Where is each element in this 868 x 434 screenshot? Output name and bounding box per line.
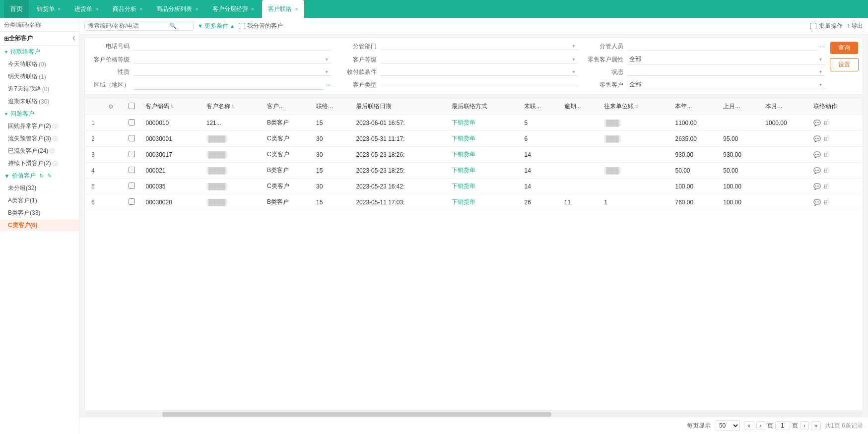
sidebar-item-ungrouped[interactable]: 未分组(32) bbox=[0, 182, 79, 194]
batch-checkbox[interactable] bbox=[810, 23, 816, 29]
info-icon-1: ⓘ bbox=[53, 123, 58, 130]
value-refresh-icon[interactable]: ↻ bbox=[39, 173, 44, 179]
sidebar-item-repurchase-anomaly[interactable]: 回购异常客户(2)ⓘ bbox=[0, 120, 79, 132]
person-ellipsis[interactable]: ··· bbox=[818, 43, 825, 50]
value-edit-icon[interactable]: ✎ bbox=[47, 173, 52, 179]
nav-purchase[interactable]: 进货单 × bbox=[68, 0, 104, 18]
nav-purchase-close[interactable]: × bbox=[95, 6, 98, 12]
select-all-checkbox[interactable] bbox=[129, 103, 135, 109]
last-method-link[interactable]: 下销货单 bbox=[452, 183, 475, 189]
nav-analysis-list[interactable]: 商品分析列表 × bbox=[150, 0, 204, 18]
customer-level-select[interactable]: ▼ bbox=[381, 56, 578, 63]
price-level-select[interactable]: ▼ bbox=[134, 56, 331, 63]
page-input[interactable] bbox=[775, 421, 790, 430]
nav-customer-tier[interactable]: 客户分层经营 × bbox=[206, 0, 260, 18]
next-page-btn[interactable]: › bbox=[800, 421, 809, 430]
sidebar-item-declining[interactable]: 持续下滑客户(2)ⓘ bbox=[0, 157, 79, 170]
action-grid-icon[interactable]: ⊞ bbox=[824, 167, 829, 174]
last-method-link[interactable]: 下销货单 bbox=[452, 119, 475, 126]
nature-select[interactable]: ▼ bbox=[134, 68, 331, 76]
sidebar-item-class-b[interactable]: B类客户(33) bbox=[0, 207, 79, 219]
row-last-date: 2023-05-23 18:25: bbox=[353, 163, 448, 179]
query-button[interactable]: 查询 bbox=[830, 42, 858, 54]
last-page-btn[interactable]: » bbox=[811, 421, 821, 430]
code-sort-icon[interactable]: ⇅ bbox=[170, 104, 174, 109]
sidebar-all-customers[interactable]: ⊞ 全部客户 《 bbox=[0, 32, 79, 46]
my-customers-input[interactable] bbox=[239, 23, 245, 29]
nav-sales-close[interactable]: × bbox=[58, 6, 61, 12]
name-sort-icon[interactable]: ⇅ bbox=[231, 104, 235, 109]
first-page-btn[interactable]: « bbox=[744, 421, 754, 430]
sidebar-item-overdue-pending[interactable]: 逾期未联络(30) bbox=[0, 95, 79, 108]
row-name: ████ bbox=[203, 179, 264, 194]
phone-input[interactable] bbox=[134, 42, 331, 51]
total-info: 共1页 6条记录 bbox=[825, 422, 863, 430]
row-code: 00030017 bbox=[142, 147, 203, 163]
payment-select[interactable]: ▼ bbox=[381, 68, 578, 76]
last-method-link[interactable]: 下销货单 bbox=[452, 135, 475, 142]
region-ellipsis[interactable]: ··· bbox=[324, 81, 331, 88]
sidebar-problem-group[interactable]: ▼ 问题客户 bbox=[0, 108, 79, 120]
last-method-link[interactable]: 下销货单 bbox=[452, 167, 475, 174]
col-gear[interactable]: ⚙ bbox=[101, 98, 121, 115]
action-grid-icon[interactable]: ⊞ bbox=[824, 120, 829, 126]
dept-select[interactable]: ▼ bbox=[381, 43, 578, 50]
more-conditions-btn[interactable]: ▼ 更多条件 ▲ bbox=[198, 22, 235, 30]
trans-sort-icon[interactable]: ⇅ bbox=[635, 104, 639, 109]
row-check bbox=[121, 194, 143, 210]
sidebar-search-input[interactable] bbox=[4, 21, 78, 28]
row-checkbox[interactable] bbox=[129, 183, 135, 189]
nav-home[interactable]: 首页 bbox=[4, 0, 29, 18]
customer-type-select[interactable] bbox=[381, 84, 578, 86]
last-method-link[interactable]: 下销货单 bbox=[452, 151, 475, 158]
action-chat-icon[interactable]: 💬 bbox=[813, 120, 821, 126]
retail-attr-select[interactable]: 全部 ▼ bbox=[627, 54, 825, 65]
sidebar-value-group[interactable]: ▼ 价值客户 ↻ ✎ bbox=[0, 170, 79, 182]
action-chat-icon[interactable]: 💬 bbox=[813, 167, 821, 174]
last-method-link[interactable]: 下销货单 bbox=[452, 198, 475, 205]
action-grid-icon[interactable]: ⊞ bbox=[824, 135, 829, 142]
action-chat-icon[interactable]: 💬 bbox=[813, 183, 821, 190]
sidebar-item-tomorrow-pending[interactable]: 明天待联络(1) bbox=[0, 70, 79, 83]
row-checkbox[interactable] bbox=[129, 151, 135, 157]
prev-page-btn[interactable]: ‹ bbox=[756, 421, 765, 430]
nav-analysis-close[interactable]: × bbox=[139, 6, 142, 12]
action-chat-icon[interactable]: 💬 bbox=[813, 151, 821, 158]
sidebar-item-class-a[interactable]: A类客户(1) bbox=[0, 194, 79, 207]
export-btn[interactable]: ↑ 导出 bbox=[847, 22, 863, 30]
row-checkbox[interactable] bbox=[129, 167, 135, 173]
row-checkbox[interactable] bbox=[129, 135, 135, 141]
nav-sales[interactable]: 销货单 × bbox=[31, 0, 67, 18]
sidebar-item-churned[interactable]: 已流失客户(24)ⓘ bbox=[0, 145, 79, 157]
sidebar-item-class-c[interactable]: C类客户(6) bbox=[0, 219, 79, 232]
page-size-select[interactable]: 50 20 100 bbox=[715, 420, 740, 431]
collapse-icon[interactable]: 《 bbox=[70, 35, 75, 42]
retail-customer-select[interactable]: 全部 ▼ bbox=[627, 79, 825, 90]
action-grid-icon[interactable]: ⊞ bbox=[824, 183, 829, 190]
search-icon[interactable]: 🔍 bbox=[169, 22, 177, 29]
sidebar-item-churn-warning[interactable]: 流失预警客户(3)ⓘ bbox=[0, 132, 79, 145]
action-grid-icon[interactable]: ⊞ bbox=[824, 151, 829, 158]
nav-customer-contact[interactable]: 客户联络 × bbox=[262, 0, 304, 18]
my-customers-checkbox[interactable]: 我分管的客户 bbox=[239, 22, 283, 30]
nav-analysis-list-close[interactable]: × bbox=[195, 6, 198, 12]
status-select[interactable]: ▼ bbox=[627, 68, 825, 76]
batch-op-btn[interactable]: 批量操作 bbox=[810, 22, 843, 30]
row-checkbox[interactable] bbox=[129, 119, 135, 125]
set-button[interactable]: 设置 bbox=[830, 58, 859, 71]
sidebar-pending-group[interactable]: ▼ 待联络客户 bbox=[0, 46, 79, 58]
search-input[interactable] bbox=[88, 22, 167, 29]
row-checkbox[interactable] bbox=[129, 198, 135, 205]
nav-customer-tier-close[interactable]: × bbox=[251, 6, 254, 12]
nav-analysis[interactable]: 商品分析 × bbox=[107, 0, 148, 18]
row-code: 000035 bbox=[142, 179, 203, 194]
person-input[interactable] bbox=[627, 42, 818, 51]
action-chat-icon[interactable]: 💬 bbox=[813, 199, 821, 206]
sidebar-item-7days-pending[interactable]: 近7天待联络(0) bbox=[0, 83, 79, 95]
nav-customer-contact-close[interactable]: × bbox=[295, 6, 298, 12]
action-chat-icon[interactable]: 💬 bbox=[813, 135, 821, 142]
region-input[interactable] bbox=[134, 80, 324, 90]
sidebar-item-today-pending[interactable]: 今天待联络(0) bbox=[0, 58, 79, 70]
horizontal-scrollbar[interactable] bbox=[84, 412, 863, 417]
action-grid-icon[interactable]: ⊞ bbox=[824, 199, 829, 206]
